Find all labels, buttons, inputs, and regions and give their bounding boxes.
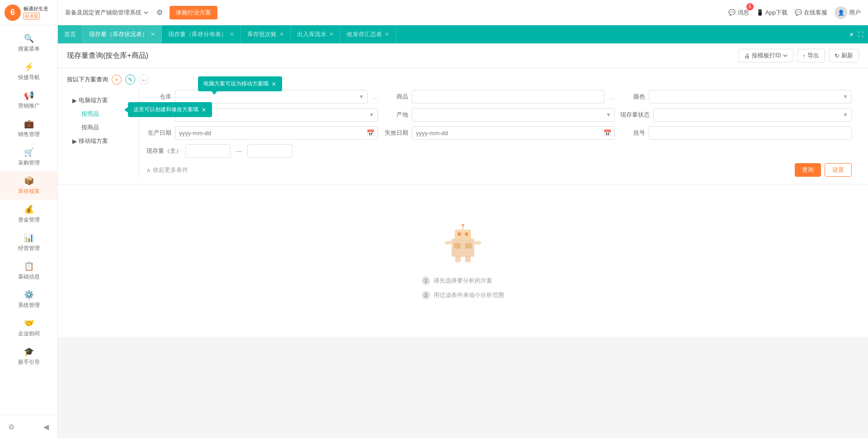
tab-bar: 首页 现存量（库存状况表） ✕ 现存量（库存分布表） ✕ 库存批次账 ✕ 出入库… xyxy=(58,25,868,43)
tab-bar-end: ✕ ⛶ xyxy=(844,31,868,38)
field-goods: 商品 ... xyxy=(383,90,615,104)
scheme-item-goods[interactable]: 按商品 xyxy=(76,121,139,134)
header-gear-btn[interactable]: ⚙ xyxy=(153,6,166,19)
quicknav-icon: ⚡ xyxy=(24,62,34,72)
sidebar-item-cooperation[interactable]: 🤝 企业协同 xyxy=(0,314,57,342)
scheme-mobile-arrow: ▶ xyxy=(72,138,77,145)
online-support-btn[interactable]: 💬 在线客服 xyxy=(795,9,827,17)
tab-close-inout[interactable]: ✕ xyxy=(329,31,334,38)
tab-inout[interactable]: 出入库流水 ✕ xyxy=(291,25,340,43)
empty-step-1: 1 请先选择要分析的方案 xyxy=(422,275,504,287)
field-stock-status: 现存量状态 ▼ xyxy=(620,108,852,122)
filter-fields-area: 仓库 ▼ ... 商品 ... xyxy=(139,90,859,178)
goods-select-wrapper xyxy=(412,90,604,104)
stock-main-end[interactable] xyxy=(247,144,292,158)
collapse-sidebar-btn[interactable]: ◀ xyxy=(39,420,53,433)
settings-bottom-btn[interactable]: ⚙ xyxy=(5,420,18,433)
tooltip-2: 这里可以创建和修改方案哦 ✕ xyxy=(128,102,212,117)
origin-select[interactable] xyxy=(412,108,615,122)
sales-icon: 💼 xyxy=(24,119,34,129)
tab-close-inventory-dist[interactable]: ✕ xyxy=(230,31,234,38)
sidebar-bottom: ⚙ ◀ xyxy=(0,415,57,438)
system-title-dropdown[interactable]: 装备及固定资产辅助管理系统 xyxy=(65,9,149,17)
tab-close-batch[interactable]: ✕ xyxy=(279,31,284,38)
svg-rect-10 xyxy=(445,241,452,245)
tab-inventory-dist[interactable]: 现存量（库存分布表） ✕ xyxy=(162,25,241,43)
tab-close-all-icon[interactable]: ✕ xyxy=(849,31,854,38)
batch-input[interactable] xyxy=(649,126,852,140)
refresh-btn[interactable]: ↻ 刷新 xyxy=(829,49,859,62)
user-area[interactable]: 👤 用户 xyxy=(835,6,861,19)
field-stock-main: 现存量（主） — xyxy=(146,144,378,158)
prod-date-start[interactable] xyxy=(175,126,378,140)
expiry-date-cal-icon: 📅 xyxy=(604,129,611,137)
collapse-btn[interactable]: ∧ 收起更多条件 xyxy=(146,162,188,178)
sidebar-item-baseinfo[interactable]: 📋 基础信息 xyxy=(0,257,57,285)
back-scheme-btn[interactable]: ← xyxy=(139,75,149,85)
sidebar-item-marketing[interactable]: 📢 营销推广 xyxy=(0,86,57,114)
tab-fullscreen-icon[interactable]: ⛶ xyxy=(858,31,863,38)
stock-status-select[interactable] xyxy=(653,108,852,122)
empty-state: 1 请先选择要分析的方案 2 用过滤条件来缩小分析范围 xyxy=(58,184,868,337)
stock-main-start[interactable] xyxy=(185,144,231,158)
field-expiry-date: 失效日期 📅 xyxy=(383,126,615,140)
empty-step-2: 2 用过滤条件来缩小分析范围 xyxy=(422,289,504,301)
tab-inventory-status[interactable]: 现存量（库存状况表） ✕ xyxy=(83,25,162,43)
empty-illustration xyxy=(440,221,486,266)
tab-summary[interactable]: 收发存汇总表 ✕ xyxy=(340,25,396,43)
warehouse-more-btn[interactable]: ... xyxy=(373,94,378,100)
settings-btn[interactable]: 设置 xyxy=(825,163,852,177)
scheme-desktop-arrow: ▶ xyxy=(72,97,77,104)
tooltip-2-close[interactable]: ✕ xyxy=(201,106,207,113)
filter-row-1: 仓库 ▼ ... 商品 ... xyxy=(146,90,852,104)
sidebar-item-purchase[interactable]: 🛒 采购管理 xyxy=(0,143,57,171)
svg-rect-1 xyxy=(454,243,461,249)
message-badge: 6 xyxy=(746,3,754,10)
sidebar-item-finance[interactable]: 💰 资金管理 xyxy=(0,200,57,228)
page-header: 现存量查询(按仓库+商品) 🖨 按模板打印 ↑ 导出 ↻ 刷新 xyxy=(58,43,868,68)
expiry-date-start-wrapper: 📅 xyxy=(412,126,615,140)
app-download-btn[interactable]: 📱 App下载 xyxy=(756,9,788,17)
search-btn[interactable]: 查询 xyxy=(795,163,821,177)
tab-home[interactable]: 首页 xyxy=(58,25,83,43)
sidebar-item-guide[interactable]: 🎓 新手引导 xyxy=(0,342,57,371)
content-area: 现存量查询(按仓库+商品) 🖨 按模板打印 ↑ 导出 ↻ 刷新 xyxy=(58,43,868,438)
tab-close-summary[interactable]: ✕ xyxy=(385,31,389,38)
tab-batch[interactable]: 库存批次账 ✕ xyxy=(241,25,291,43)
svg-rect-8 xyxy=(455,256,461,262)
baseinfo-icon: 📋 xyxy=(24,261,34,271)
sidebar-item-inventory[interactable]: 📦 库存核算 xyxy=(0,171,57,200)
page-actions: 🖨 按模板打印 ↑ 导出 ↻ 刷新 xyxy=(738,49,859,62)
guide-icon: 🎓 xyxy=(24,347,34,357)
tooltip-1-close[interactable]: ✕ xyxy=(271,80,277,88)
trial-btn[interactable]: 体验行业方案 xyxy=(170,6,217,19)
goods-more-btn[interactable]: ... xyxy=(610,94,615,100)
search-action-area: 查询 设置 xyxy=(795,163,852,177)
message-btn[interactable]: 💬 消息 6 xyxy=(728,9,749,17)
sidebar-item-search[interactable]: 🔍 搜索菜单 xyxy=(0,29,57,57)
svg-point-5 xyxy=(465,232,468,236)
goods-select[interactable] xyxy=(412,90,604,104)
avatar: 👤 xyxy=(835,6,847,19)
add-scheme-btn[interactable]: + xyxy=(112,75,122,85)
expiry-date-start[interactable] xyxy=(412,126,615,140)
color-select[interactable] xyxy=(649,90,852,104)
warehouse-select[interactable] xyxy=(175,90,368,104)
sidebar-item-quicknav[interactable]: ⚡ 快捷导航 xyxy=(0,57,57,86)
sidebar-item-operations[interactable]: 📊 经营管理 xyxy=(0,228,57,257)
field-origin: 产地 ▼ xyxy=(383,108,615,122)
system-icon: ⚙️ xyxy=(24,290,34,300)
print-btn[interactable]: 🖨 按模板打印 xyxy=(738,49,793,62)
export-btn[interactable]: ↑ 导出 xyxy=(797,49,826,62)
mobile-icon: 📱 xyxy=(756,9,764,16)
sidebar-item-system[interactable]: ⚙️ 系统管理 xyxy=(0,285,57,314)
logo-area: 6 畅通好生意 标准版 xyxy=(0,0,57,25)
edit-scheme-btn[interactable]: ✎ xyxy=(125,75,135,85)
sidebar-nav: 🔍 搜索菜单 ⚡ 快捷导航 📢 营销推广 💼 销售管理 🛒 采购管理 📦 库存核… xyxy=(0,25,57,415)
scheme-mobile[interactable]: ▶ 移动端方案 xyxy=(67,134,139,148)
support-icon: 💬 xyxy=(795,9,802,16)
empty-tips: 1 请先选择要分析的方案 2 用过滤条件来缩小分析范围 xyxy=(422,275,504,301)
sidebar-item-sales[interactable]: 💼 销售管理 xyxy=(0,114,57,143)
tab-close-inventory-status[interactable]: ✕ xyxy=(151,31,155,38)
filter-header: 按以下方案查询 + ✎ ← xyxy=(67,75,859,85)
